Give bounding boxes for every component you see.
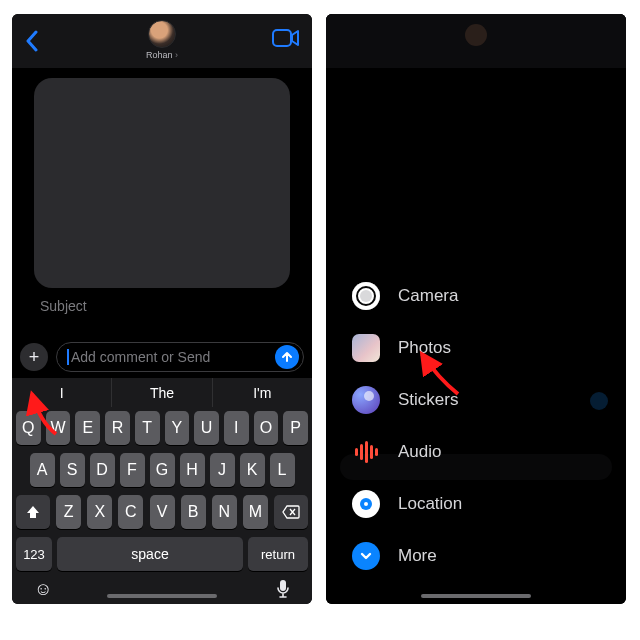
key-w[interactable]: W: [46, 411, 71, 445]
prediction-1[interactable]: I: [12, 378, 112, 407]
app-list: Camera Photos Stickers Audio Location: [352, 282, 462, 570]
app-menu-overlay: Camera Photos Stickers Audio Location: [326, 14, 626, 604]
key-r[interactable]: R: [105, 411, 130, 445]
message-placeholder: Add comment or Send: [71, 349, 275, 365]
return-key[interactable]: return: [248, 537, 308, 571]
backspace-key[interactable]: [274, 495, 308, 529]
facetime-button[interactable]: [272, 28, 300, 52]
key-m[interactable]: M: [243, 495, 268, 529]
key-x[interactable]: X: [87, 495, 112, 529]
key-h[interactable]: H: [180, 453, 205, 487]
key-a[interactable]: A: [30, 453, 55, 487]
key-j[interactable]: J: [210, 453, 235, 487]
key-b[interactable]: B: [181, 495, 206, 529]
faint-avatar: [465, 24, 487, 46]
app-item-photos[interactable]: Photos: [352, 334, 462, 362]
app-label-location: Location: [398, 494, 462, 514]
back-button[interactable]: [22, 26, 42, 56]
app-item-stickers[interactable]: Stickers: [352, 386, 462, 414]
key-u[interactable]: U: [194, 411, 219, 445]
home-indicator[interactable]: [107, 594, 217, 598]
key-i[interactable]: I: [224, 411, 249, 445]
titlebar: Rohan: [12, 14, 312, 68]
stickers-icon: [352, 386, 380, 414]
app-label-photos: Photos: [398, 338, 451, 358]
home-indicator[interactable]: [421, 594, 531, 598]
app-label-stickers: Stickers: [398, 390, 458, 410]
key-o[interactable]: O: [254, 411, 279, 445]
text-caret: [67, 349, 69, 365]
space-key[interactable]: space: [57, 537, 243, 571]
key-s[interactable]: S: [60, 453, 85, 487]
app-label-camera: Camera: [398, 286, 458, 306]
faint-send-icon: [590, 392, 608, 410]
numbers-key[interactable]: 123: [16, 537, 52, 571]
key-e[interactable]: E: [75, 411, 100, 445]
key-n[interactable]: N: [212, 495, 237, 529]
contact-header[interactable]: Rohan: [146, 20, 178, 60]
keyboard: I The I'm Q W E R T Y U I O P A S D F: [12, 378, 312, 604]
conversation-area: Subject: [12, 68, 312, 336]
compose-bar: + Add comment or Send: [12, 336, 312, 378]
key-row-4: 123 space return: [12, 533, 312, 575]
app-item-location[interactable]: Location: [352, 490, 462, 518]
contact-name: Rohan: [146, 50, 178, 60]
image-attachment-preview[interactable]: [34, 78, 290, 288]
location-icon: [352, 490, 380, 518]
audio-icon: [352, 438, 380, 466]
emoji-button[interactable]: ☺: [34, 579, 52, 604]
keyboard-footer: ☺: [12, 575, 312, 604]
key-v[interactable]: V: [150, 495, 175, 529]
avatar: [148, 20, 176, 48]
key-c[interactable]: C: [118, 495, 143, 529]
key-g[interactable]: G: [150, 453, 175, 487]
app-item-audio[interactable]: Audio: [352, 438, 462, 466]
key-f[interactable]: F: [120, 453, 145, 487]
dictation-button[interactable]: [276, 579, 290, 604]
key-d[interactable]: D: [90, 453, 115, 487]
key-y[interactable]: Y: [165, 411, 190, 445]
app-label-audio: Audio: [398, 442, 441, 462]
send-button[interactable]: [275, 345, 299, 369]
prediction-2[interactable]: The: [112, 378, 212, 407]
prediction-3[interactable]: I'm: [213, 378, 312, 407]
key-l[interactable]: L: [270, 453, 295, 487]
key-q[interactable]: Q: [16, 411, 41, 445]
plus-button[interactable]: +: [20, 343, 48, 371]
key-row-3: Z X C V B N M: [12, 491, 312, 533]
key-p[interactable]: P: [283, 411, 308, 445]
key-k[interactable]: K: [240, 453, 265, 487]
prediction-bar: I The I'm: [12, 378, 312, 407]
svg-rect-0: [273, 30, 291, 46]
key-z[interactable]: Z: [56, 495, 81, 529]
app-item-camera[interactable]: Camera: [352, 282, 462, 310]
message-input[interactable]: Add comment or Send: [56, 342, 304, 372]
more-icon: [352, 542, 380, 570]
app-label-more: More: [398, 546, 437, 566]
photos-icon: [352, 334, 380, 362]
messages-compose-screen: Rohan Subject + Add comment or Send I: [12, 14, 312, 604]
camera-icon: [352, 282, 380, 310]
subject-field[interactable]: Subject: [34, 298, 290, 314]
key-row-1: Q W E R T Y U I O P: [12, 407, 312, 449]
key-row-2: A S D F G H J K L: [12, 449, 312, 491]
app-item-more[interactable]: More: [352, 542, 462, 570]
key-t[interactable]: T: [135, 411, 160, 445]
shift-key[interactable]: [16, 495, 50, 529]
svg-rect-1: [280, 580, 286, 591]
